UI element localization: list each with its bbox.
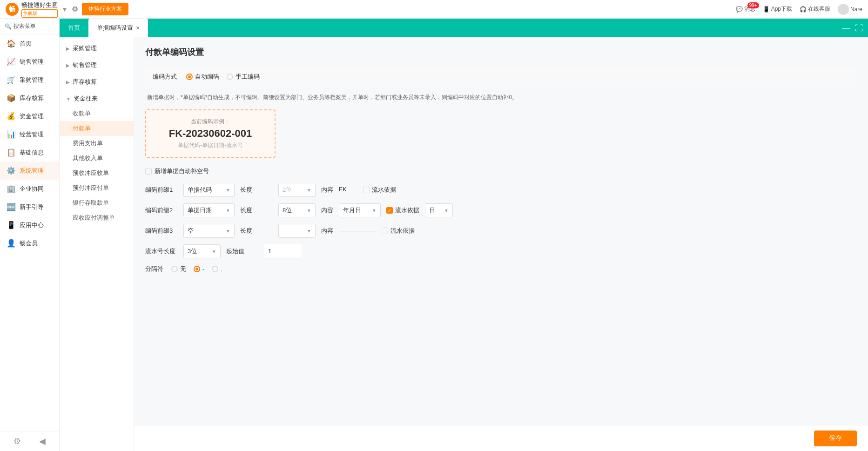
footer-bar: 保存	[134, 425, 868, 451]
sec-sidebar-item-payment[interactable]: 付款单	[60, 121, 134, 136]
prefix3-select[interactable]: 空 ▼	[183, 224, 235, 238]
auto-encoding-radio[interactable]: 自动编码	[186, 73, 219, 81]
preview-format: 单据代码-单据日期-流水号	[157, 141, 263, 149]
sidebar-item-label: 应用中心	[20, 221, 44, 229]
tab-home[interactable]: 首页	[60, 19, 88, 37]
prefix1-value: 单据代码	[188, 186, 212, 194]
service-icon: 🎧	[800, 6, 807, 13]
prefix1-select[interactable]: 单据代码 ▼	[183, 183, 235, 197]
user-info[interactable]: Nare	[838, 4, 862, 15]
sec-group-capital-label: 资金往来	[74, 94, 98, 103]
sidebar-item-corp[interactable]: 🏢 企业协同	[0, 180, 59, 198]
sep-none-label: 无	[180, 265, 186, 273]
prefix3-liushui-checkbox[interactable]	[382, 228, 388, 234]
tab-encoding-label: 单据编码设置	[97, 24, 133, 32]
sec-sidebar-item-payable-adjust[interactable]: 应收应付调整单	[60, 210, 134, 225]
collapse-icon[interactable]: ◀	[39, 436, 46, 446]
prefix3-label: 编码前缀3	[145, 227, 178, 235]
prefix2-content-arrow: ▼	[372, 208, 377, 213]
tab-maximize-icon[interactable]: ⛶	[855, 23, 863, 33]
prefix2-period-arrow: ▼	[444, 208, 449, 213]
sidebar-item-label: 畅会员	[20, 239, 38, 248]
top-bar: 畅 畅捷通好生意 旗舰版 ▼ ⚙ 体验行业方案 💬 消息 99+ 📱 App下载…	[0, 0, 868, 19]
prefix2-select[interactable]: 单据日期 ▼	[183, 203, 235, 217]
sidebar-item-label: 资金管理	[20, 112, 44, 121]
sec-group-sales-title[interactable]: ▶ 销售管理	[60, 58, 134, 73]
guide-icon: 🆕	[7, 202, 16, 211]
arrow-right-icon3: ▶	[66, 80, 70, 85]
sidebar-item-purchase[interactable]: 🛒 采购管理	[0, 71, 59, 89]
prefix2-liushui: ✓ 流水依据	[386, 206, 419, 215]
sidebar-item-label: 企业协同	[20, 185, 44, 193]
sec-group-capital: ▼ 资金往来 收款单 付款单 费用支出单 其他收入单 预收冲应收单 预付冲应付单…	[60, 91, 134, 225]
user-avatar	[838, 4, 849, 15]
search-icon: 🔍	[5, 23, 12, 30]
sidebar-item-inventory[interactable]: 📦 库存核算	[0, 89, 59, 107]
sidebar-item-system[interactable]: ⚙️ 系统管理	[0, 162, 59, 180]
sec-sidebar-item-receipt[interactable]: 收款单	[60, 106, 134, 121]
finance-icon: 💰	[7, 112, 16, 121]
sidebar-item-ops[interactable]: 📊 经营管理	[0, 125, 59, 143]
prefix2-period-select[interactable]: 日 ▼	[425, 203, 453, 217]
prefix2-content-select[interactable]: 年月日 ▼	[339, 203, 381, 217]
sep-none-radio[interactable]: 无	[171, 265, 186, 273]
sec-group-sales: ▶ 销售管理	[60, 58, 134, 73]
sidebar-item-member[interactable]: 👤 畅会员	[0, 234, 59, 252]
prefix2-length-value: 8位	[283, 206, 292, 215]
settings-bottom-icon[interactable]: ⚙	[13, 436, 21, 446]
sec-group-capital-title[interactable]: ▼ 资金往来	[60, 91, 134, 106]
prefix1-length-select[interactable]: 2位 ▼	[278, 183, 316, 197]
prefix1-liushui-checkbox[interactable]	[363, 187, 370, 193]
message-button[interactable]: 💬 消息 99+	[736, 5, 755, 13]
auto-encoding-label: 自动编码	[195, 73, 219, 81]
sec-group-purchase-title[interactable]: ▶ 采购管理	[60, 41, 134, 56]
online-service-button[interactable]: 🎧 在线客服	[800, 5, 830, 13]
main-content: 付款单编码设置 编码方式 自动编码 手工编码	[134, 37, 868, 425]
prefix2-length-select[interactable]: 8位 ▼	[278, 203, 316, 217]
manual-encoding-radio[interactable]: 手工编码	[227, 73, 260, 81]
chevron-down-icon[interactable]: ▼	[61, 6, 68, 13]
sec-sidebar-item-prepay-pay[interactable]: 预付冲应付单	[60, 181, 134, 195]
tab-encoding[interactable]: 单据编码设置 ×	[88, 19, 148, 37]
prefix1-row: 编码前缀1 单据代码 ▼ 长度 2位 ▼ 内容 FK	[145, 183, 857, 197]
prefix3-value: 空	[188, 227, 194, 235]
save-button[interactable]: 保存	[814, 431, 857, 446]
encoding-method-section: 编码方式 自动编码 手工编码	[145, 67, 857, 87]
prefix3-content-label: 内容	[321, 227, 333, 235]
sec-sidebar-item-bank[interactable]: 银行存取款单	[60, 195, 134, 210]
sidebar-item-apps[interactable]: 📱 应用中心	[0, 216, 59, 234]
sep-dash-radio[interactable]: -	[194, 266, 204, 273]
brand-tag: 旗舰版	[21, 9, 58, 18]
gear-icon-top[interactable]: ⚙	[72, 5, 78, 13]
sidebar-item-finance[interactable]: 💰 资金管理	[0, 107, 59, 125]
sidebar-item-base[interactable]: 📋 基础信息	[0, 143, 59, 162]
promo-button[interactable]: 体验行业方案	[82, 3, 128, 15]
serial-length-select[interactable]: 3位 ▼	[183, 244, 221, 258]
message-badge: 99+	[747, 2, 759, 8]
sidebar-item-label: 系统管理	[20, 167, 44, 175]
sidebar-item-home[interactable]: 🏠 首页	[0, 34, 59, 53]
prefix2-liushui-label: 流水依据	[395, 206, 419, 215]
user-name: Nare	[850, 6, 862, 13]
content-wrapper: 首页 单据编码设置 × — ⛶ ▶ 采购管理	[60, 19, 868, 451]
auto-fill-checkbox[interactable]	[145, 168, 152, 175]
sec-sidebar-item-expense[interactable]: 费用支出单	[60, 136, 134, 151]
prefix3-row: 编码前缀3 空 ▼ 长度 ▼ 内容	[145, 224, 857, 238]
sidebar-item-guide[interactable]: 🆕 新手引导	[0, 198, 59, 216]
sidebar-item-sales[interactable]: 📈 销售管理	[0, 53, 59, 71]
sep-dot-radio[interactable]: .	[212, 266, 222, 273]
sec-group-inventory-title[interactable]: ▶ 库存核算	[60, 74, 134, 89]
app-download-button[interactable]: 📱 App下载	[763, 5, 792, 13]
tab-close-icon[interactable]: ×	[136, 24, 140, 32]
start-value-input[interactable]: 1	[264, 244, 302, 258]
home-icon: 🏠	[7, 39, 16, 48]
sidebar-search[interactable]: 🔍 搜索菜单	[0, 19, 59, 34]
start-value-label: 起始值	[226, 247, 259, 256]
sec-sidebar-item-prepay-receive[interactable]: 预收冲应收单	[60, 166, 134, 181]
prefix1-length-arrow: ▼	[307, 188, 311, 193]
tab-minimize-icon[interactable]: —	[842, 23, 850, 33]
prefix2-liushui-checkbox[interactable]: ✓	[386, 207, 393, 214]
prefix3-length-select[interactable]: ▼	[278, 224, 316, 238]
sec-sidebar-item-other-income[interactable]: 其他收入单	[60, 151, 134, 166]
sidebar: 🔍 搜索菜单 🏠 首页 📈 销售管理 🛒 采购管理 📦 库存核算 💰 资金管理 …	[0, 19, 60, 451]
